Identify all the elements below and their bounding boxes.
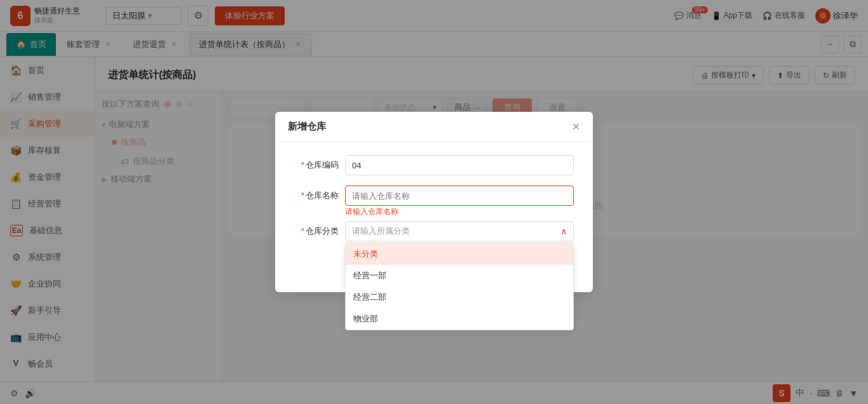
modal-body: 仓库编码 仓库名称 请输入仓库名称 仓库分类 请输入所属分类 ∧ xyxy=(275,142,593,254)
category-placeholder: 请输入所属分类 xyxy=(352,226,410,237)
dropdown-item-2[interactable]: 经营二部 xyxy=(346,286,573,308)
name-label: 仓库名称 xyxy=(294,185,345,201)
code-input[interactable] xyxy=(345,155,574,175)
dropdown-item-3[interactable]: 物业部 xyxy=(346,308,573,330)
category-select-wrapper: 请输入所属分类 ∧ 未分类 经营一部 经营二部 物业部 xyxy=(345,221,574,241)
category-dropdown: 未分类 经营一部 经营二部 物业部 xyxy=(345,243,574,330)
name-error-msg: 请输入仓库名称 xyxy=(345,206,398,217)
modal-header: 新增仓库 ✕ xyxy=(275,112,593,142)
name-input[interactable] xyxy=(345,185,574,206)
form-row-category: 仓库分类 请输入所属分类 ∧ 未分类 经营一部 经营二部 物业部 xyxy=(294,221,574,241)
code-label: 仓库编码 xyxy=(294,155,345,171)
form-row-name: 仓库名称 请输入仓库名称 xyxy=(294,185,574,206)
dropdown-item-1[interactable]: 经营一部 xyxy=(346,265,573,286)
select-arrow-icon: ∧ xyxy=(560,226,567,236)
dropdown-item-0[interactable]: 未分类 xyxy=(346,243,573,265)
category-select[interactable]: 请输入所属分类 ∧ xyxy=(345,221,574,241)
modal-close-btn[interactable]: ✕ xyxy=(572,121,580,133)
modal-title: 新增仓库 xyxy=(288,121,326,133)
modal-overlay: 新增仓库 ✕ 仓库编码 仓库名称 请输入仓库名称 仓库分类 xyxy=(0,0,868,404)
add-warehouse-modal: 新增仓库 ✕ 仓库编码 仓库名称 请输入仓库名称 仓库分类 xyxy=(275,112,593,292)
form-row-code: 仓库编码 xyxy=(294,155,574,175)
category-label: 仓库分类 xyxy=(294,221,345,237)
